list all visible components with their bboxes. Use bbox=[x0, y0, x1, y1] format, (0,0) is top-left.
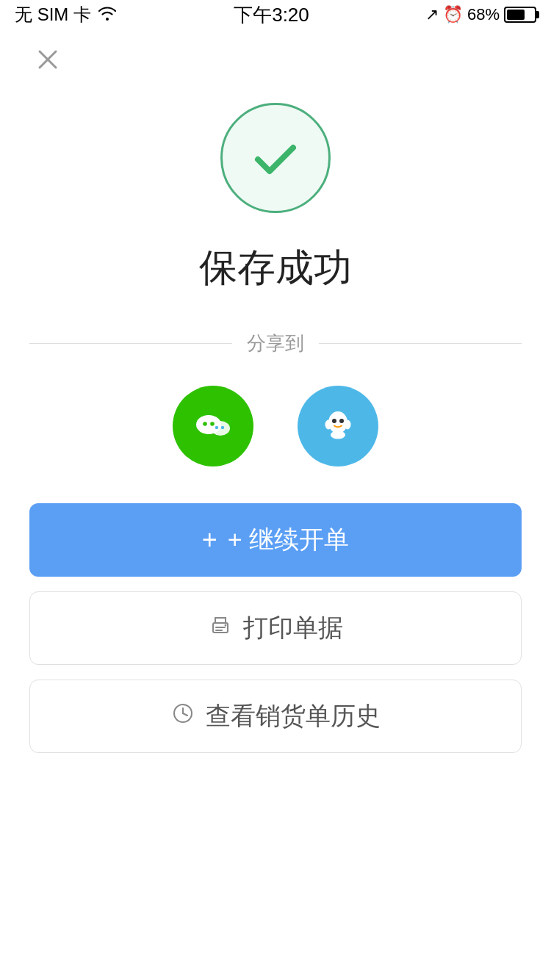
svg-line-20 bbox=[183, 713, 187, 716]
main-content: 保存成功 分享到 + + 继续开单 bbox=[0, 29, 551, 753]
share-divider-row: 分享到 bbox=[29, 331, 522, 356]
svg-point-11 bbox=[339, 419, 344, 423]
svg-point-5 bbox=[210, 422, 215, 426]
svg-point-9 bbox=[331, 431, 345, 439]
print-label: 打印单据 bbox=[243, 611, 343, 645]
wechat-share-button[interactable] bbox=[173, 386, 253, 466]
action-buttons: + + 继续开单 打印单据 bbox=[0, 503, 551, 753]
share-section: 分享到 bbox=[0, 331, 551, 466]
qq-share-button[interactable] bbox=[298, 386, 378, 466]
svg-point-12 bbox=[325, 420, 332, 430]
continue-button[interactable]: + + 继续开单 bbox=[29, 503, 522, 577]
status-time: 下午3:20 bbox=[234, 2, 309, 28]
close-button[interactable] bbox=[29, 41, 66, 78]
svg-rect-15 bbox=[215, 627, 226, 628]
plus-icon: + bbox=[202, 525, 217, 555]
success-title: 保存成功 bbox=[199, 242, 352, 294]
success-icon-circle bbox=[220, 103, 331, 213]
svg-point-10 bbox=[332, 419, 336, 423]
svg-point-17 bbox=[225, 624, 227, 627]
history-button[interactable]: 查看销货单历史 bbox=[29, 680, 522, 753]
svg-point-4 bbox=[203, 422, 207, 426]
svg-point-7 bbox=[221, 426, 224, 429]
status-bar: 无 SIM 卡 下午3:20 ↗ ⏰ 68% bbox=[0, 0, 551, 29]
share-icons-row bbox=[173, 386, 378, 466]
status-right: ↗ ⏰ 68% bbox=[425, 5, 536, 24]
wifi-icon bbox=[97, 4, 118, 25]
alarm-icon: ⏰ bbox=[443, 5, 463, 24]
battery-percent: 68% bbox=[467, 5, 500, 24]
history-label: 查看销货单历史 bbox=[206, 699, 381, 733]
svg-point-6 bbox=[215, 426, 218, 429]
share-label: 分享到 bbox=[247, 331, 304, 356]
divider-right bbox=[319, 343, 522, 344]
continue-label: + 继续开单 bbox=[228, 523, 349, 557]
clock-icon bbox=[170, 701, 195, 732]
print-icon bbox=[208, 613, 233, 644]
svg-point-13 bbox=[345, 420, 351, 430]
location-icon: ↗ bbox=[425, 5, 439, 24]
sim-status: 无 SIM 卡 bbox=[15, 3, 91, 26]
divider-left bbox=[29, 343, 232, 344]
status-left: 无 SIM 卡 bbox=[15, 3, 118, 26]
print-button[interactable]: 打印单据 bbox=[29, 591, 522, 665]
battery-icon bbox=[504, 7, 536, 23]
svg-rect-16 bbox=[215, 630, 223, 631]
